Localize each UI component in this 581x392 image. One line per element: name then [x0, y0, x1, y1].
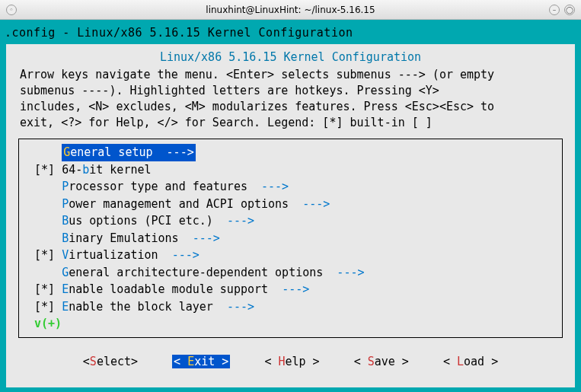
- select-button[interactable]: <Select>: [83, 355, 138, 368]
- minimize-icon[interactable]: –: [549, 5, 560, 15]
- menu-item-block-layer[interactable]: [*] Enable the block layer --->: [19, 298, 562, 316]
- box-title: Linux/x86 5.16.15 Kernel Configuration: [6, 50, 575, 64]
- menu-item-64bit-kernel[interactable]: [*] 64-bit kernel: [19, 161, 562, 179]
- menu-item-virtualization[interactable]: [*] Virtualization --->: [19, 247, 562, 264]
- menu-item-loadable-modules[interactable]: [*] Enable loadable module support --->: [19, 281, 562, 298]
- save-button[interactable]: < Save >: [354, 355, 409, 368]
- menu-item-general-arch[interactable]: General architecture-dependent options -…: [19, 264, 562, 282]
- terminal-area: .config - Linux/x86 5.16.15 Kernel Confi…: [0, 20, 581, 392]
- window-titlebar: ◦ linuxhint@LinuxHint: ~/linux-5.16.15 –…: [0, 0, 581, 20]
- main-config-box: Linux/x86 5.16.15 Kernel Configuration A…: [6, 44, 575, 387]
- maximize-icon[interactable]: ◯: [564, 5, 575, 15]
- menu-box: General setup ---> [*] 64-bit kernel Pro…: [18, 139, 563, 338]
- help-text: Arrow keys navigate the menu. <Enter> se…: [6, 67, 575, 131]
- load-button[interactable]: < Load >: [443, 355, 498, 368]
- help-button[interactable]: < Help >: [264, 355, 319, 368]
- button-row: <Select> < Exit > < Help > < Save > < Lo…: [6, 338, 575, 368]
- menu-item-bus-options[interactable]: Bus options (PCI etc.) --->: [19, 212, 562, 230]
- scroll-indicator-down: v(+): [19, 315, 562, 333]
- menu-item-power-management[interactable]: Power management and ACPI options --->: [19, 196, 562, 213]
- menu-item-binary-emulations[interactable]: Binary Emulations --->: [19, 230, 562, 247]
- exit-button[interactable]: < Exit >: [172, 355, 230, 368]
- window-menu-icon[interactable]: ◦: [6, 5, 17, 15]
- config-title: .config - Linux/x86 5.16.15 Kernel Confi…: [0, 20, 581, 41]
- menu-item-general-setup[interactable]: General setup --->: [19, 144, 562, 161]
- menu-item-processor-type[interactable]: Processor type and features --->: [19, 178, 562, 196]
- window-title: linuxhint@LinuxHint: ~/linux-5.16.15: [206, 5, 375, 15]
